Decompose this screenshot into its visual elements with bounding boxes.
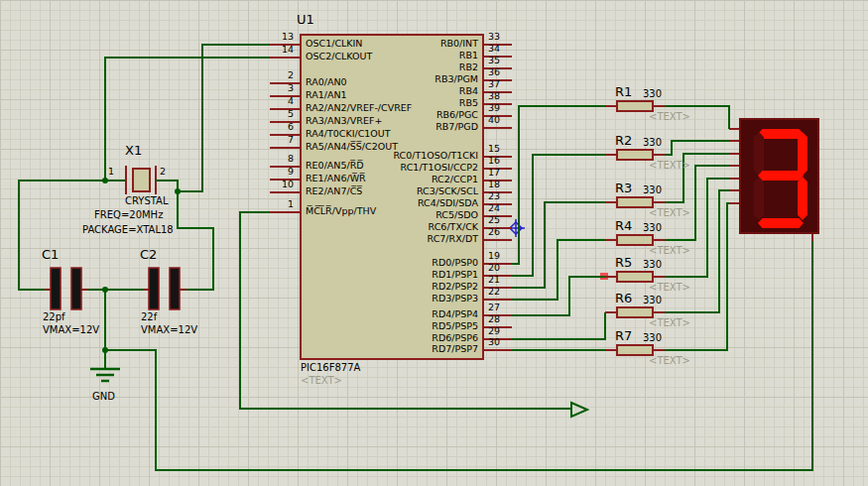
- R6-text-placeholder: <TEXT>: [649, 318, 690, 329]
- pin-number-37: 37: [488, 79, 518, 89]
- pin-number-25: 25: [488, 215, 518, 225]
- R1-body[interactable]: [617, 101, 653, 111]
- ground-symbol[interactable]: [90, 350, 120, 381]
- wire-1[interactable]: [156, 181, 178, 191]
- R6-body[interactable]: [617, 307, 653, 317]
- R1-text-placeholder: <TEXT>: [649, 112, 690, 123]
- pin-number-19: 19: [488, 251, 518, 261]
- pin-label-19: RD0/PSP0: [337, 258, 478, 268]
- R7-value: 330: [643, 333, 662, 344]
- segment-e-off: [754, 177, 764, 220]
- pin-label-18: RC3/SCK/SCL: [337, 186, 478, 196]
- pin-number-9: 9: [266, 167, 294, 177]
- wire-0[interactable]: [178, 45, 270, 191]
- segment-b-lit: [798, 132, 807, 176]
- pin-number-15: 15: [488, 144, 518, 154]
- R3-text-placeholder: <TEXT>: [649, 208, 690, 219]
- pin-label-22: RD3/PSP3: [337, 294, 478, 304]
- R4-text-placeholder: <TEXT>: [649, 246, 690, 257]
- segment-f-off: [754, 132, 764, 176]
- pin-number-36: 36: [488, 67, 518, 77]
- pin-label-39: RB6/PGC: [337, 110, 478, 120]
- pin-label-17: RC2/CCP1: [337, 175, 478, 184]
- c1-ref: C1: [42, 248, 59, 262]
- R6-ref: R6: [615, 292, 632, 305]
- pin-number-14: 14: [266, 45, 294, 55]
- arrow-terminal-icon[interactable]: [571, 403, 587, 417]
- crystal-pin2-number: 2: [160, 167, 166, 177]
- pin-label-27: RD4/PSP4: [337, 309, 478, 319]
- R4-body[interactable]: [617, 235, 653, 245]
- wire-2[interactable]: [178, 191, 213, 290]
- segment-d-lit: [758, 218, 804, 228]
- pin-label-25: RC6/TX/CK: [337, 222, 478, 232]
- pin-number-18: 18: [488, 180, 518, 189]
- R5-text-placeholder: <TEXT>: [649, 283, 690, 294]
- crystal-pin1-number: 1: [108, 167, 114, 177]
- pin-label-29: RD6/PSP6: [337, 333, 478, 343]
- chip-text-placeholder: <TEXT>: [301, 376, 342, 387]
- R5-body[interactable]: [617, 272, 653, 282]
- segment-a-lit: [758, 129, 804, 139]
- c2-value: 22f: [141, 312, 157, 323]
- pin-number-5: 5: [266, 109, 294, 119]
- pin-number-10: 10: [266, 180, 294, 189]
- pin-label-36: RB3/PGM: [337, 74, 478, 84]
- segment-c-lit: [798, 177, 807, 220]
- crystal-package-label: PACKAGE=XTAL18: [82, 225, 174, 236]
- chip-ref: U1: [297, 13, 314, 27]
- pin-label-34: RB1: [337, 51, 478, 61]
- R1-ref: R1: [615, 85, 632, 99]
- pin-number-23: 23: [488, 191, 518, 201]
- R3-body[interactable]: [617, 197, 653, 207]
- pin-number-35: 35: [488, 56, 518, 65]
- crystal-freq-label: FREQ=20MHz: [94, 210, 163, 221]
- pin-number-40: 40: [488, 115, 518, 125]
- R2-value: 330: [643, 138, 662, 149]
- c1-vmax: VMAX=12V: [43, 325, 99, 336]
- wire-13[interactable]: [512, 240, 605, 300]
- gnd-label: GND: [92, 392, 115, 403]
- R2-body[interactable]: [617, 150, 653, 160]
- pin-label-40: RB7/PGD: [337, 122, 478, 132]
- capacitor-c2-symbol[interactable]: [143, 268, 186, 309]
- pin-label-28: RD5/PSP5: [337, 321, 478, 331]
- pin-number-4: 4: [266, 96, 294, 106]
- R4-value: 330: [643, 223, 662, 234]
- pin-number-22: 22: [488, 287, 518, 297]
- pin-label-26: RC7/RX/DT: [337, 234, 478, 244]
- pin-number-39: 39: [488, 103, 518, 113]
- crystal-symbol[interactable]: [126, 166, 156, 194]
- segment-g-lit: [758, 171, 804, 181]
- R2-ref: R2: [615, 134, 632, 148]
- wire-3[interactable]: [105, 58, 270, 181]
- pin-label-30: RD7/PSP7: [337, 344, 478, 354]
- wire-15[interactable]: [512, 312, 605, 339]
- pin-number-34: 34: [488, 44, 518, 54]
- wire-18[interactable]: [665, 141, 729, 155]
- schematic-canvas[interactable]: U1 PIC16F877A <TEXT> X1 1 2 CRYSTAL FREQ…: [0, 0, 868, 486]
- pin-number-38: 38: [488, 91, 518, 101]
- junction-dot-1: [175, 188, 181, 194]
- pin-label-16: RC1/T1OSI/CCP2: [337, 163, 478, 173]
- chip-part-name: PIC16F877A: [301, 363, 360, 374]
- pin-label-15: RC0/T1OSO/T1CKI: [337, 151, 478, 161]
- pin-number-29: 29: [488, 326, 518, 336]
- pin-label-24: RC5/SDO: [337, 210, 478, 220]
- pin-label-38: RB5: [337, 98, 478, 108]
- pin-number-20: 20: [488, 263, 518, 273]
- R7-text-placeholder: <TEXT>: [649, 356, 690, 367]
- c2-vmax: VMAX=12V: [141, 325, 197, 336]
- c2-ref: C2: [140, 248, 157, 262]
- pin-number-26: 26: [488, 227, 518, 237]
- R1-value: 330: [643, 89, 662, 100]
- crystal-type-label: CRYSTAL: [125, 196, 169, 207]
- pin-number-30: 30: [488, 337, 518, 347]
- pin-label-23: RC4/SDI/SDA: [337, 198, 478, 208]
- pin-number-33: 33: [488, 32, 518, 42]
- seven-segment-display[interactable]: [739, 118, 819, 234]
- R5-value: 330: [643, 260, 662, 271]
- pin-number-24: 24: [488, 203, 518, 213]
- R7-body[interactable]: [617, 345, 653, 355]
- capacitor-c1-symbol[interactable]: [45, 268, 88, 309]
